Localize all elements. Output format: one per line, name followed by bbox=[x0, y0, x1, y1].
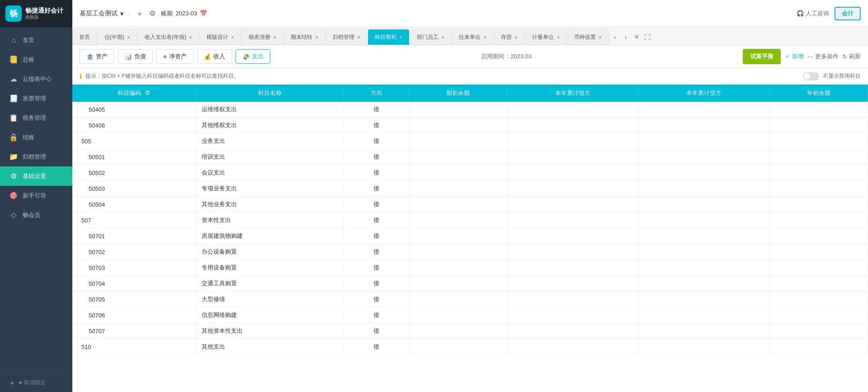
table-row[interactable]: 50701房屋建筑物购建借 bbox=[72, 228, 868, 244]
cell-ytd-credit bbox=[638, 133, 769, 149]
refresh-button[interactable]: ↻ 刷新 bbox=[842, 52, 861, 61]
archive-icon: 📁 bbox=[9, 152, 18, 161]
table-row[interactable]: 50503专项业务支出借 bbox=[72, 181, 868, 197]
sidebar-item-tax[interactable]: 📋 税务管理 bbox=[0, 108, 72, 128]
pin-label: ◄ 取消固定 bbox=[17, 379, 46, 387]
tab-close-icon[interactable]: × bbox=[231, 34, 234, 41]
filter-asset-button[interactable]: 🏦 资产 bbox=[80, 49, 114, 64]
cell-ytd-debit bbox=[507, 102, 638, 118]
cell-ytd-debit bbox=[507, 181, 638, 197]
table-row[interactable]: 505业务支出借 bbox=[72, 133, 868, 149]
account-button[interactable]: 会计 bbox=[835, 7, 861, 20]
filter-expense-button[interactable]: 💸 支出 bbox=[236, 49, 270, 64]
consult-label: 人工咨询 bbox=[806, 9, 829, 18]
sidebar-item-home[interactable]: ⌂ 首页 bbox=[0, 31, 72, 50]
filter-net-asset-button[interactable]: ≡ 净资产 bbox=[156, 49, 193, 64]
sidebar-item-report[interactable]: ☁ 云报表中心 bbox=[0, 69, 72, 89]
project-selector[interactable]: 基层工会测试 ▾ bbox=[80, 9, 123, 18]
table-row[interactable]: 50707其他资本性支出借 bbox=[72, 323, 868, 339]
cell-year-opening bbox=[769, 292, 868, 307]
tab-subject-initial[interactable]: 科目期初 × bbox=[368, 29, 409, 45]
more-actions-button[interactable]: ⋯ 更多操作 bbox=[807, 52, 839, 61]
chevron-down-icon: ▾ bbox=[120, 10, 123, 17]
calendar-icon[interactable]: 📅 bbox=[200, 10, 207, 17]
table-row[interactable]: 50706信息网络购建借 bbox=[72, 307, 868, 323]
filter-income-button[interactable]: 💰 收入 bbox=[197, 49, 232, 64]
tab-estimate[interactable]: 估(中期) × bbox=[98, 29, 137, 45]
topbar-settings-icon[interactable]: ⚙ bbox=[149, 9, 156, 18]
tab-close-icon[interactable]: × bbox=[315, 34, 318, 41]
tab-close-icon[interactable]: × bbox=[599, 34, 602, 41]
table-row[interactable]: 50704交通工具购置借 bbox=[72, 276, 868, 292]
cell-ytd-credit bbox=[638, 276, 769, 292]
tab-tax[interactable]: 税表清册 × bbox=[242, 29, 283, 45]
add-record-button[interactable]: ＋ 新增 bbox=[784, 52, 804, 61]
tab-next-button[interactable]: › bbox=[620, 29, 631, 45]
table-row[interactable]: 50502会议支出借 bbox=[72, 165, 868, 181]
cell-year-opening bbox=[769, 260, 868, 276]
project-name: 基层工会测试 bbox=[80, 9, 118, 18]
tab-close-icon[interactable]: × bbox=[273, 34, 276, 41]
expand-tabs-button[interactable]: ⛶ bbox=[642, 29, 653, 45]
notice-text: 提示：按Ctrl + F键并输入科目编码或者科目名称可以查找科目。 bbox=[85, 72, 239, 80]
sidebar-item-archive[interactable]: 📁 归档管理 bbox=[0, 147, 72, 166]
cell-opening bbox=[409, 149, 507, 165]
sidebar-item-label: 首页 bbox=[23, 36, 34, 44]
tab-label: 计量单位 bbox=[532, 33, 554, 41]
tab-close-icon[interactable]: × bbox=[441, 34, 444, 41]
tab-unit[interactable]: 计量单位 × bbox=[525, 29, 566, 45]
column-settings-icon[interactable]: ⚙ bbox=[145, 89, 151, 96]
table-row[interactable]: 50406其他维权支出借 bbox=[72, 118, 868, 133]
tab-archive[interactable]: 归档管理 × bbox=[326, 29, 367, 45]
main-content: 基层工会测试 ▾ | ＋ ⚙ 账期 2023-03 📅 🎧 人工咨询 会计 首页… bbox=[72, 0, 868, 392]
tab-period-end[interactable]: 期末结转 × bbox=[284, 29, 325, 45]
sidebar-item-member[interactable]: ◇ 畅会员 bbox=[0, 205, 72, 225]
tab-close-icon[interactable]: × bbox=[483, 34, 486, 41]
cell-ytd-credit bbox=[638, 339, 769, 355]
cell-code: 50501 bbox=[72, 149, 196, 165]
tab-inventory[interactable]: 存货 × bbox=[494, 29, 524, 45]
tab-counterparty[interactable]: 往来单位 × bbox=[452, 29, 493, 45]
tab-income-report[interactable]: 收入支出表(年报) × bbox=[138, 29, 199, 45]
add-label: 新增 bbox=[792, 52, 804, 61]
tab-close-icon[interactable]: × bbox=[514, 34, 518, 41]
tab-close-icon[interactable]: × bbox=[357, 34, 360, 41]
tab-close-icon[interactable]: × bbox=[557, 34, 560, 41]
sidebar-pin-toggle[interactable]: ◄ ◄ 取消固定 bbox=[0, 373, 72, 392]
table-row[interactable]: 507资本性支出借 bbox=[72, 213, 868, 228]
consult-button[interactable]: 🎧 人工咨询 bbox=[797, 9, 829, 18]
close-all-tabs-button[interactable]: × bbox=[631, 29, 642, 45]
ledger-icon: 📒 bbox=[9, 55, 18, 64]
sidebar-item-settings[interactable]: ⚙ 基础设置 bbox=[0, 166, 72, 186]
table-row[interactable]: 50705大型修缮借 bbox=[72, 292, 868, 307]
cell-name: 专项业务支出 bbox=[196, 181, 344, 197]
tab-close-icon[interactable]: × bbox=[189, 34, 192, 41]
tab-label: 币种设置 bbox=[574, 33, 596, 41]
tab-close-icon[interactable]: × bbox=[127, 34, 130, 41]
balance-button[interactable]: 试算平衡 bbox=[743, 49, 781, 64]
table-row[interactable]: 50405运维维权支出借 bbox=[72, 102, 868, 118]
add-tab-button[interactable]: ＋ bbox=[136, 8, 144, 19]
table-row[interactable]: 50702办公设备购置借 bbox=[72, 244, 868, 260]
cell-direction: 借 bbox=[344, 165, 409, 181]
cell-year-opening bbox=[769, 165, 868, 181]
sidebar-item-ledger[interactable]: 📒 总账 bbox=[0, 50, 72, 69]
cell-opening bbox=[409, 102, 507, 118]
filter-liability-button[interactable]: 📊 负债 bbox=[118, 49, 153, 64]
table-row[interactable]: 510其他支出借 bbox=[72, 339, 868, 355]
tab-close-icon[interactable]: × bbox=[399, 34, 402, 41]
tab-prev-button[interactable]: ‹ bbox=[609, 29, 620, 45]
table-row[interactable]: 50501培训支出借 bbox=[72, 149, 868, 165]
table-row[interactable]: 50703专用设备购置借 bbox=[72, 260, 868, 276]
sidebar-item-invoice[interactable]: 🧾 发票管理 bbox=[0, 89, 72, 108]
tab-home[interactable]: 首页 bbox=[72, 29, 97, 45]
sidebar-item-guide[interactable]: 🎯 新手引导 bbox=[0, 186, 72, 205]
filter-label: 净资产 bbox=[169, 52, 187, 61]
tab-template[interactable]: 模版设计 × bbox=[200, 29, 241, 45]
disable-toggle[interactable] bbox=[803, 72, 819, 80]
tab-currency[interactable]: 币种设置 × bbox=[567, 29, 609, 45]
sidebar-item-close[interactable]: 🔒 结账 bbox=[0, 128, 72, 147]
table-row[interactable]: 50504其他业务支出借 bbox=[72, 197, 868, 213]
headset-icon: 🎧 bbox=[797, 10, 804, 17]
tab-department[interactable]: 部门员工 × bbox=[410, 29, 451, 45]
